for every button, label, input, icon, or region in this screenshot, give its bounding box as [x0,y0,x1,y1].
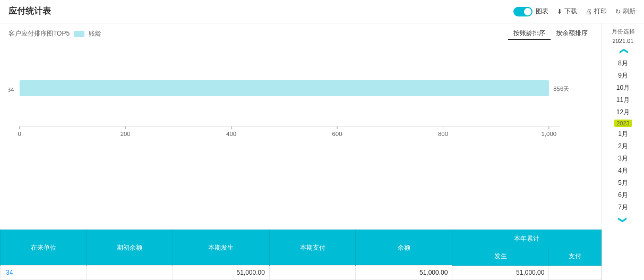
chart-svg-wrap: 34 856天 0 200 400 [0,44,602,230]
month-sidebar: 月份选择 2021.01 ❯ 8月 9月 10月 11月 12月 2023 1月… [602,23,644,280]
col-header-ytd-occurrence: 发生 [452,248,549,266]
sort-by-age-button[interactable]: 按账龄排序 [508,28,551,40]
page-title: 应付统计表 [8,6,51,17]
cell-balance: 51,000.00 [356,266,452,280]
chart-area: 客户应付排序图TOP5 账龄 按账龄排序 按余额排序 34 856天 [0,23,602,280]
cell-unit: 34 [1,266,87,280]
refresh-button[interactable]: ↻ 刷新 [615,7,636,16]
chart-toggle-label: 图表 [536,7,548,16]
cell-opening [87,266,173,280]
legend-color-swatch [74,31,84,37]
col-header-unit: 在来单位 [1,230,87,266]
chart-toggle[interactable] [513,7,533,16]
chart-legend: 客户应付排序图TOP5 账龄 [8,29,101,38]
col-header-ytd-payment: 支付 [549,248,602,266]
table-body: 34 51,000.00 51,000.00 51,000.00 [1,266,602,280]
sort-by-balance-button[interactable]: 按余额排序 [551,28,593,40]
cell-ytd-payment [549,266,602,280]
sidebar-up-arrow[interactable]: ❯ [617,47,629,56]
print-label: 打印 [594,7,607,16]
sidebar-month-10[interactable]: 10月 [602,82,644,94]
col-header-opening: 期初余额 [87,230,173,266]
sidebar-month-3[interactable]: 3月 [602,152,644,165]
refresh-icon: ↻ [615,8,621,15]
legend-color-label: 账龄 [89,29,101,38]
sidebar-year-2023: 2023 [614,120,631,127]
bar-chart-svg: 34 856天 0 200 400 [8,44,593,140]
sidebar-down-arrow[interactable]: ❯ [617,215,629,224]
svg-text:34: 34 [8,87,14,93]
col-header-payment: 本期支付 [269,230,355,266]
sidebar-month-1[interactable]: 1月 [602,128,644,140]
chart-header: 客户应付排序图TOP5 账龄 按账龄排序 按余额排序 [0,23,602,44]
sidebar-month-5[interactable]: 5月 [602,177,644,189]
sidebar-month-9[interactable]: 9月 [602,70,644,82]
sidebar-month-12[interactable]: 12月 [602,106,644,118]
col-header-occurrence: 本期发生 [173,230,269,266]
svg-text:800: 800 [438,131,448,137]
sidebar-month-7[interactable]: 7月 [602,201,644,214]
unit-link[interactable]: 34 [6,269,13,276]
app-header: 应付统计表 图表 ⬇ 下载 🖨 打印 ↻ 刷新 [0,0,644,23]
sidebar-title: 月份选择 [612,26,635,37]
svg-text:400: 400 [226,131,236,137]
download-icon: ⬇ [557,8,562,15]
sidebar-month-8[interactable]: 8月 [602,57,644,70]
print-icon: 🖨 [586,8,592,15]
table-area: 在来单位 期初余额 本期发生 本期支付 余额 本年累计 发生 支付 [0,230,602,280]
sidebar-month-4[interactable]: 4月 [602,165,644,177]
svg-text:200: 200 [121,131,131,137]
cell-ytd-occurrence: 51,000.00 [452,266,549,280]
cell-occurrence: 51,000.00 [173,266,269,280]
download-label: 下载 [564,7,577,16]
sidebar-month-6[interactable]: 6月 [602,189,644,201]
header-actions: 图表 ⬇ 下载 🖨 打印 ↻ 刷新 [513,7,636,16]
download-button[interactable]: ⬇ 下载 [557,7,577,16]
print-button[interactable]: 🖨 打印 [586,7,607,16]
svg-text:600: 600 [332,131,342,137]
col-header-ytd: 本年累计 [452,230,602,248]
sidebar-month-2[interactable]: 2月 [602,140,644,152]
legend-title: 客户应付排序图TOP5 [8,29,70,38]
col-header-balance: 余额 [356,230,452,266]
table-header-top: 在来单位 期初余额 本期发生 本期支付 余额 本年累计 [1,230,602,248]
sidebar-month-11[interactable]: 11月 [602,94,644,106]
svg-text:0: 0 [18,131,21,137]
main-content: 客户应付排序图TOP5 账龄 按账龄排序 按余额排序 34 856天 [0,23,644,280]
refresh-label: 刷新 [623,7,636,16]
cell-payment [269,266,355,280]
svg-text:1,000: 1,000 [542,131,557,137]
chart-toggle-wrap: 图表 [513,7,548,16]
svg-text:856天: 856天 [553,86,569,92]
table-row: 34 51,000.00 51,000.00 51,000.00 [1,266,602,280]
sidebar-current-value: 2021.01 [613,37,634,45]
svg-rect-1 [20,80,549,96]
sort-buttons: 按账龄排序 按余额排序 [508,28,593,40]
data-table: 在来单位 期初余额 本期发生 本期支付 余额 本年累计 发生 支付 [0,230,602,280]
